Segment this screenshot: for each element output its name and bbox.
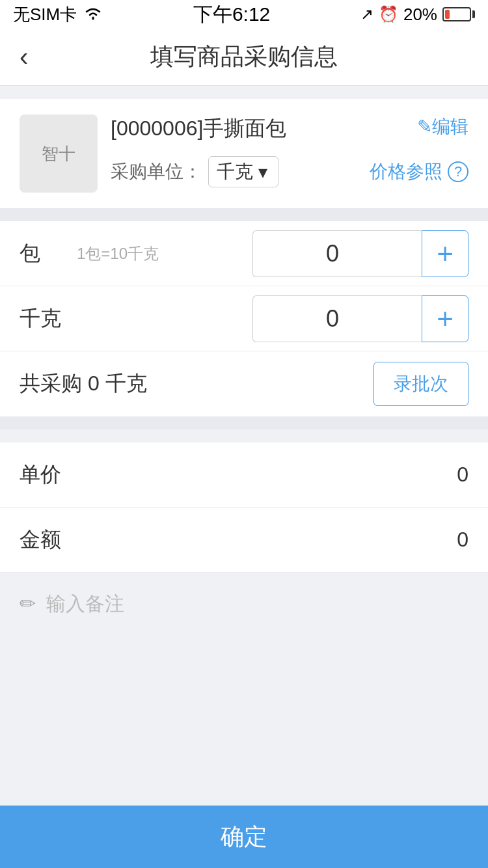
- wifi-icon: [83, 5, 103, 25]
- status-right: ↗ ⏰ 20%: [360, 5, 475, 25]
- status-time: 下午6:12: [193, 1, 270, 28]
- status-bar: 无SIM卡 下午6:12 ↗ ⏰ 20%: [0, 0, 488, 29]
- carrier-label: 无SIM卡: [13, 3, 77, 26]
- amount-row: 金额 0: [0, 508, 488, 573]
- status-left: 无SIM卡: [13, 3, 103, 26]
- price-ref-button[interactable]: 价格参照 ?: [370, 159, 468, 184]
- product-info: [0000006]手撕面包 ✎编辑 采购单位： 千克 ▾ 价格参照 ?: [111, 115, 468, 187]
- kg-input-group: +: [252, 295, 468, 342]
- pack-input[interactable]: [252, 230, 422, 277]
- unit-price-label: 单价: [20, 461, 61, 489]
- price-ref-label: 价格参照: [370, 159, 442, 184]
- confirm-button[interactable]: 确定: [0, 806, 488, 868]
- input-section: 包 1包=10千克 + 千克 + 共采购 0 千克 录批次: [0, 221, 488, 416]
- back-button[interactable]: ‹: [20, 42, 28, 72]
- page-title: 填写商品采购信息: [150, 41, 338, 73]
- total-amount-text: 共采购 0 千克: [20, 370, 147, 398]
- alarm-icon: ⏰: [379, 5, 398, 23]
- nav-bar: ‹ 填写商品采购信息: [0, 29, 488, 86]
- pack-input-row: 包 1包=10千克 +: [0, 221, 488, 286]
- price-ref-help-icon: ?: [448, 161, 468, 182]
- unit-price-row: 单价 0: [0, 442, 488, 508]
- unit-price-value: 0: [457, 463, 468, 487]
- kg-label: 千克: [20, 305, 72, 333]
- unit-selector: 采购单位： 千克 ▾: [111, 156, 278, 187]
- info-section: 单价 0 金额 0: [0, 442, 488, 573]
- edit-button[interactable]: ✎编辑: [417, 115, 468, 139]
- location-icon: ↗: [360, 5, 373, 23]
- unit-arrow-icon: ▾: [258, 161, 267, 183]
- product-card: 智十 [0000006]手撕面包 ✎编辑 采购单位： 千克 ▾ 价格参照 ?: [0, 99, 488, 208]
- summary-row: 共采购 0 千克 录批次: [0, 351, 488, 416]
- unit-prefix: 采购单位：: [111, 159, 202, 184]
- product-thumbnail: 智十: [20, 115, 98, 193]
- product-header: [0000006]手撕面包 ✎编辑: [111, 115, 468, 143]
- kg-input-row: 千克 +: [0, 286, 488, 351]
- unit-dropdown[interactable]: 千克 ▾: [208, 156, 278, 187]
- pack-input-group: +: [252, 230, 468, 277]
- note-pencil-icon: ✏: [20, 592, 36, 615]
- note-section[interactable]: ✏ 输入备注: [0, 573, 488, 703]
- thumbnail-label: 智十: [42, 142, 75, 165]
- batch-button[interactable]: 录批次: [373, 362, 468, 406]
- kg-plus-button[interactable]: +: [422, 295, 468, 342]
- pack-sub-label: 1包=10千克: [77, 243, 159, 264]
- product-meta: 采购单位： 千克 ▾ 价格参照 ?: [111, 156, 468, 187]
- kg-input[interactable]: [252, 295, 422, 342]
- note-placeholder-text: 输入备注: [46, 591, 124, 617]
- battery-icon: [442, 7, 475, 21]
- unit-value: 千克: [217, 159, 253, 184]
- battery-pct: 20%: [403, 5, 437, 25]
- amount-label: 金额: [20, 526, 61, 554]
- pack-label: 包: [20, 239, 72, 268]
- separator-2: [0, 416, 488, 429]
- amount-value: 0: [457, 528, 468, 552]
- pack-plus-button[interactable]: +: [422, 230, 468, 277]
- separator-1: [0, 208, 488, 221]
- product-name: [0000006]手撕面包: [111, 115, 286, 143]
